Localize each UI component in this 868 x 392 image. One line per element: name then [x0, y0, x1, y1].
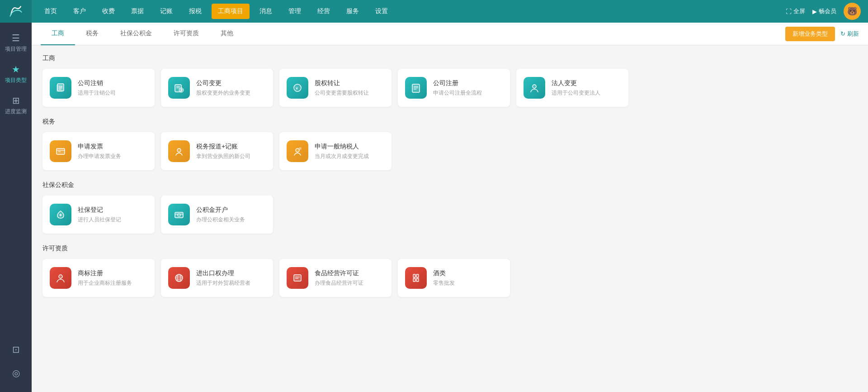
card-title-import-export: 进出口权办理: [196, 269, 266, 277]
card-company-change[interactable]: ↺ 公司变更 股权变更外的业务变更: [161, 69, 273, 107]
svg-point-22: [299, 147, 302, 150]
card-icon-trademark: [50, 267, 71, 289]
nav-bill[interactable]: 票据: [123, 0, 152, 23]
nav-industrial[interactable]: 工商项目: [212, 4, 250, 19]
tab-other[interactable]: 其他: [210, 23, 244, 45]
play-icon: ▶: [812, 8, 817, 15]
svg-rect-25: [175, 212, 183, 218]
card-title-apply-invoice: 申请发票: [78, 143, 147, 151]
cards-grid-license: 商标注册 用于企业商标注册服务 进出口权办理 适用于对外贸易经营者: [42, 259, 857, 297]
sidebar-download-button[interactable]: ⊡: [0, 339, 32, 359]
tab-tax[interactable]: 税务: [75, 23, 109, 45]
user-avatar[interactable]: 🐻: [844, 3, 861, 20]
section-tax: 税务 申请发票 办理申请发票业务: [42, 118, 857, 170]
svg-point-28: [59, 275, 62, 278]
card-info-liquor: 酒类 零售批发: [433, 269, 503, 287]
card-desc-fund-account: 办理公积金相关业务: [196, 216, 266, 224]
svg-text:↺: ↺: [180, 89, 183, 92]
sidebar-item-project-type[interactable]: ★ 项目类型: [0, 58, 32, 90]
section-title-social: 社保公积金: [42, 181, 857, 189]
sidebar-location-button[interactable]: ◎: [0, 363, 32, 383]
svg-rect-34: [294, 275, 301, 281]
card-import-export[interactable]: 进出口权办理 适用于对外贸易经营者: [161, 259, 273, 297]
sub-tabs-actions: 新增业务类型 ↻ 刷新: [785, 27, 859, 41]
card-title-company-register: 公司注册: [433, 79, 503, 87]
svg-rect-38: [416, 274, 419, 277]
sidebar-item-progress-monitor[interactable]: ⊞ 进度监测: [0, 90, 32, 121]
nav-items: 首页 客户 收费 票据 记账 报税 工商项目 消息 管理 经营 服务 设置: [32, 0, 786, 23]
card-icon-equity-transfer: ¥: [287, 77, 308, 99]
card-info-social-register: 社保登记 进行人员社保登记: [78, 206, 147, 224]
section-social-insurance: 社保公积金 社保登记 进行人员社保登记: [42, 181, 857, 234]
card-equity-transfer[interactable]: ¥ 股权转让 公司变更需要股权转让: [279, 69, 392, 107]
svg-rect-39: [413, 278, 415, 282]
download-icon: ⊡: [12, 344, 20, 355]
card-title-company-cancel: 公司注销: [78, 79, 147, 87]
card-title-tax-bookkeeping: 税务报道+记账: [196, 143, 266, 151]
logo-area: [0, 0, 32, 23]
card-apply-invoice[interactable]: 申请发票 办理申请发票业务: [42, 132, 155, 170]
add-type-button[interactable]: 新增业务类型: [785, 27, 835, 41]
card-title-legal-change: 法人变更: [552, 79, 621, 87]
nav-fee[interactable]: 收费: [94, 0, 123, 23]
svg-rect-37: [413, 274, 415, 277]
nav-home[interactable]: 首页: [36, 0, 65, 23]
svg-rect-1: [57, 84, 64, 91]
card-info-food-license: 食品经营许可证 办理食品经营许可证: [315, 269, 384, 287]
nav-manage[interactable]: 管理: [280, 0, 309, 23]
card-icon-legal-change: [524, 77, 545, 99]
sidebar: ☰ 项目管理 ★ 项目类型 ⊞ 进度监测 ⊡ ◎: [0, 23, 32, 392]
refresh-icon: ↻: [840, 30, 845, 37]
sub-tabs: 工商 税务 社保公积金 许可资质 其他 新增业务类型 ↻ 刷新: [32, 23, 868, 45]
nav-operation[interactable]: 经营: [309, 0, 338, 23]
svg-rect-40: [416, 278, 419, 282]
card-desc-tax-bookkeeping: 拿到营业执照的新公司: [196, 153, 266, 160]
tab-license[interactable]: 许可资质: [163, 23, 210, 45]
card-food-license[interactable]: 食品经营许可证 办理食品经营许可证: [279, 259, 392, 297]
sidebar-bottom: ⊡ ◎: [0, 339, 32, 392]
nav-customer[interactable]: 客户: [65, 0, 94, 23]
card-icon-tax-bookkeeping: [168, 140, 190, 162]
card-desc-apply-invoice: 办理申请发票业务: [78, 153, 147, 160]
card-info-tax-bookkeeping: 税务报道+记账 拿到营业执照的新公司: [196, 143, 266, 160]
main-layout: ☰ 项目管理 ★ 项目类型 ⊞ 进度监测 ⊡ ◎ 工商 税务 社保公积金 许可资…: [0, 23, 868, 392]
fullscreen-icon: ⛶: [786, 8, 792, 15]
nav-tax-report[interactable]: 报税: [181, 0, 210, 23]
card-general-taxpayer[interactable]: 申请一般纳税人 当月或次月成变更完成: [279, 132, 392, 170]
card-desc-company-cancel: 适用于注销公司: [78, 89, 147, 97]
sidebar-item-project-management[interactable]: ☰ 项目管理: [0, 27, 32, 58]
card-info-general-taxpayer: 申请一般纳税人 当月或次月成变更完成: [315, 143, 384, 160]
card-desc-company-change: 股权变更外的业务变更: [196, 89, 266, 97]
fullscreen-button[interactable]: ⛶ 全屏: [786, 7, 805, 15]
card-info-company-change: 公司变更 股权变更外的业务变更: [196, 79, 266, 97]
card-fund-account[interactable]: 公积金开户 办理公积金相关业务: [161, 196, 273, 234]
scroll-content[interactable]: 工商 公司注销 适用于注销公司 ↺: [32, 45, 868, 392]
sidebar-label-project-management: 项目管理: [5, 45, 27, 53]
card-icon-liquor: [405, 267, 427, 289]
nav-message[interactable]: 消息: [251, 0, 280, 23]
card-desc-trademark: 用于企业商标注册服务: [78, 279, 147, 287]
card-icon-apply-invoice: [50, 140, 71, 162]
card-social-register[interactable]: 社保登记 进行人员社保登记: [42, 196, 155, 234]
top-navigation: 首页 客户 收费 票据 记账 报税 工商项目 消息 管理 经营 服务 设置 ⛶ …: [0, 0, 868, 23]
card-company-cancel[interactable]: 公司注销 适用于注销公司: [42, 69, 155, 107]
vip-button[interactable]: ▶ 畅会员: [812, 7, 836, 15]
card-tax-bookkeeping[interactable]: 税务报道+记账 拿到营业执照的新公司: [161, 132, 273, 170]
card-liquor[interactable]: 酒类 零售批发: [398, 259, 510, 297]
tab-industrial[interactable]: 工商: [41, 23, 75, 45]
card-icon-company-change: ↺: [168, 77, 190, 99]
nav-service[interactable]: 服务: [338, 0, 367, 23]
tab-social-insurance[interactable]: 社保公积金: [109, 23, 163, 45]
card-legal-change[interactable]: 法人变更 适用于公司变更法人: [516, 69, 628, 107]
card-desc-equity-transfer: 公司变更需要股权转让: [315, 89, 384, 97]
card-company-register[interactable]: 公司注册 申请公司注册全流程: [398, 69, 510, 107]
progress-monitor-icon: ⊞: [12, 95, 20, 106]
nav-settings[interactable]: 设置: [367, 0, 396, 23]
nav-bookkeeping[interactable]: 记账: [152, 0, 181, 23]
card-icon-fund-account: [168, 204, 190, 225]
svg-point-16: [533, 85, 536, 88]
refresh-button[interactable]: ↻ 刷新: [840, 30, 859, 38]
card-title-social-register: 社保登记: [78, 206, 147, 214]
card-trademark[interactable]: 商标注册 用于企业商标注册服务: [42, 259, 155, 297]
card-info-equity-transfer: 股权转让 公司变更需要股权转让: [315, 79, 384, 97]
